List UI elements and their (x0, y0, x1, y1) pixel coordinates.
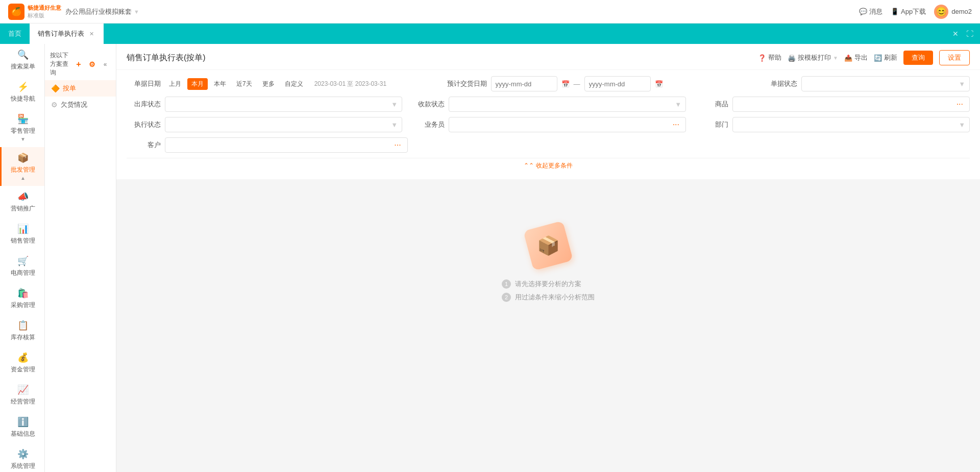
goods-dots-button[interactable]: ··· (954, 100, 965, 109)
page-title: 销售订单执行表(按单) (127, 53, 206, 63)
sidebar-item-marketing[interactable]: 📣 营销推广 (0, 186, 44, 218)
avatar: 😊 (934, 5, 948, 19)
doc-status-select[interactable]: ▼ (801, 76, 970, 91)
cal-to-icon[interactable]: 📅 (655, 80, 663, 88)
payment-status-select[interactable]: ▼ (449, 97, 686, 112)
search-icon: 🔍 (17, 49, 29, 60)
date-btn-this-month[interactable]: 本月 (187, 78, 208, 90)
filter-cell-customer: 客户 ··· (127, 137, 408, 153)
date-range-text: 2023-03-01 至 2023-03-31 (314, 80, 386, 88)
exec-chevron-icon: ▼ (391, 121, 398, 129)
tab-expand-btn[interactable]: ⛶ (964, 28, 976, 40)
sidebar-item-sales-mgmt[interactable]: 📊 销售管理 (0, 218, 44, 250)
expected-date-from[interactable] (491, 76, 557, 91)
date-btn-group: 上月 本月 本年 近7天 更多 自定义 (165, 78, 307, 90)
sales-icon: 📊 (17, 223, 29, 234)
salesperson-dots-button[interactable]: ··· (671, 120, 681, 129)
payment-status-label: 收款状态 (410, 100, 449, 109)
date-btn-custom[interactable]: 自定义 (281, 78, 307, 90)
left-panel: 按以下方案查询 + ⚙ « 🔶 按单 ⚙ 欠货情况 (45, 44, 116, 472)
ops-icon: 📈 (17, 384, 29, 395)
query-button[interactable]: 查询 (903, 51, 933, 65)
sidebar-item-system[interactable]: ⚙️ 系统管理 (0, 443, 44, 472)
empty-tip-1: 1 请先选择要分析的方案 (502, 279, 595, 289)
dept-label: 部门 (694, 120, 732, 129)
download-icon: 📱 (891, 8, 899, 15)
date-btn-this-year[interactable]: 本年 (210, 78, 230, 90)
content-inner: 按以下方案查询 + ⚙ « 🔶 按单 ⚙ 欠货情况 (45, 44, 980, 472)
date-btn-last-month[interactable]: 上月 (165, 78, 185, 90)
breadcrumb[interactable]: 办公用品行业模拟账套 ▼ (65, 7, 139, 16)
date-btn-more[interactable]: 更多 (258, 78, 279, 90)
sidebar-item-ops[interactable]: 📈 经营管理 (0, 379, 44, 411)
sidebar-item-retail-mgmt[interactable]: 🏪 零售管理 ▼ (0, 108, 44, 147)
tab-bar: 首页 销售订单执行表 ✕ ✕ ⛶ (0, 23, 980, 44)
left-panel-header: 按以下方案查询 + ⚙ « (45, 48, 116, 80)
expected-date-to[interactable] (584, 76, 651, 91)
tab-sales-order[interactable]: 销售订单执行表 ✕ (30, 23, 104, 44)
filter-cell-payment-status: 收款状态 ▼ (410, 97, 686, 112)
help-button[interactable]: ❓ 帮助 (758, 53, 781, 62)
top-header: 🍊 畅捷通好生意 标准版 办公用品行业模拟账套 ▼ 💬 消息 📱 App下载 😊… (0, 0, 980, 23)
user-menu-button[interactable]: 😊 demo2 (934, 5, 972, 19)
collapse-panel-button[interactable]: « (100, 59, 111, 70)
retail-expand-icon: ▼ (20, 136, 26, 142)
doc-status-chevron-icon: ▼ (959, 80, 965, 88)
refresh-button[interactable]: 🔄 刷新 (874, 53, 897, 62)
delivery-status-select[interactable]: ▼ (165, 97, 402, 112)
print-button[interactable]: 🖨️ 按模板打印 ▼ (788, 53, 838, 62)
customer-dots-button[interactable]: ··· (392, 140, 403, 150)
tab-sales-order-label: 销售订单执行表 (38, 29, 84, 38)
filter-row-4: 客户 ··· (127, 137, 970, 153)
purchase-icon: 🛍️ (17, 288, 29, 299)
tip-num-2: 2 (502, 293, 511, 302)
filter-cell-doc-status: 单据状态 ▼ (763, 76, 970, 91)
main-content: 销售订单执行表(按单) ❓ 帮助 🖨️ 按模板打印 ▼ 📤 (116, 44, 980, 472)
tab-home-label: 首页 (8, 29, 21, 38)
collapse-filters-button[interactable]: ⌃⌃ 收起更多条件 (127, 158, 970, 173)
settings-button[interactable]: 设置 (939, 50, 970, 65)
finance-icon: 💰 (17, 352, 29, 363)
wholesale-expand-icon: ▲ (20, 175, 26, 181)
empty-state: 📦 1 请先选择要分析的方案 2 用过滤条件来缩小分析范围 (116, 179, 980, 343)
date-btn-7days[interactable]: 近7天 (232, 78, 256, 90)
app-download-button[interactable]: 📱 App下载 (891, 7, 926, 16)
doc-status-label: 单据状态 (763, 79, 801, 88)
message-button[interactable]: 💬 消息 (859, 7, 883, 16)
export-button[interactable]: 📤 导出 (844, 53, 868, 62)
main-layout: 🔍 搜索菜单 ⚡ 快捷导航 🏪 零售管理 ▼ 📦 批发管理 ▲ 📣 营销推广 📊… (0, 44, 980, 472)
print-chevron-icon: ▼ (833, 55, 838, 61)
filter-row-1: 单据日期 上月 本月 本年 近7天 更多 自定义 20 (127, 76, 970, 91)
delivery-chevron-icon: ▼ (391, 101, 398, 108)
sidebar-item-quick-nav[interactable]: ⚡ 快捷导航 (0, 76, 44, 108)
cal-from-icon[interactable]: 📅 (561, 80, 570, 88)
title-actions: ❓ 帮助 🖨️ 按模板打印 ▼ 📤 导出 � (758, 50, 970, 65)
sidebar-item-inventory[interactable]: 📋 库存核算 (0, 315, 44, 347)
tab-close-btn[interactable]: ✕ (949, 28, 962, 40)
filter-cell-exec-status: 执行状态 ▼ (127, 117, 402, 132)
scheme-item-by-order[interactable]: 🔶 按单 (45, 80, 116, 97)
sidebar-item-finance[interactable]: 💰 资金管理 (0, 347, 44, 379)
scheme-by-order-icon: 🔶 (51, 84, 60, 92)
logo-icon: 🍊 (8, 4, 24, 20)
exec-status-select[interactable]: ▼ (165, 117, 402, 132)
sidebar-item-wholesale-mgmt[interactable]: 📦 批发管理 ▲ (0, 147, 44, 186)
tab-close-icon[interactable]: ✕ (87, 30, 95, 38)
scheme-item-owed-goods[interactable]: ⚙ 欠货情况 (45, 97, 116, 113)
collapse-chevron-icon: ⌃⌃ (524, 162, 535, 169)
filter-cell-expected-date: 预计交货日期 📅 — 📅 (445, 76, 755, 91)
sidebar-item-purchase[interactable]: 🛍️ 采购管理 (0, 282, 44, 315)
dept-select[interactable]: ▼ (732, 117, 970, 132)
sidebar-item-search-menu[interactable]: 🔍 搜索菜单 (0, 44, 44, 76)
settings-scheme-button[interactable]: ⚙ (86, 59, 97, 70)
date-sep: — (574, 80, 580, 88)
add-scheme-button[interactable]: + (73, 59, 84, 70)
sidebar-item-basic-info[interactable]: ℹ️ 基础信息 (0, 411, 44, 443)
filter-cell-dept: 部门 ▼ (694, 117, 970, 132)
sidebar-item-ecommerce[interactable]: 🛒 电商管理 (0, 250, 44, 282)
tab-home[interactable]: 首页 (0, 23, 30, 44)
exec-status-label: 执行状态 (127, 120, 165, 129)
breadcrumb-text: 办公用品行业模拟账套 (65, 7, 132, 16)
customer-label: 客户 (127, 140, 165, 150)
filter-cell-delivery-status: 出库状态 ▼ (127, 97, 402, 112)
